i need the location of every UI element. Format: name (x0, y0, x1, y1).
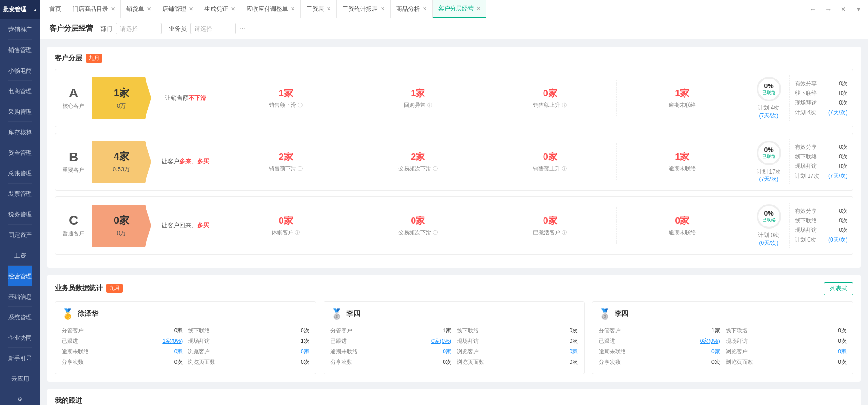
tier-stats-C: 0家 休眠客户ⓘ 0家 交易频次下滑ⓘ 0家 已激活客户ⓘ 0家 逾期未联络 (220, 207, 748, 244)
sales-card-2: 🥈 李四 分管客户 1家 已跟进 0家(0%) 逾期未联络 0家 分享次数 0次… (592, 301, 853, 374)
sidebar-item-营销推广[interactable]: 营销推广 (8, 19, 32, 40)
sales-stat: 已跟进 0家(0%) (330, 336, 451, 347)
sidebar-item-资金管理[interactable]: 资金管理 (8, 142, 32, 163)
tier-circle-C: 0% 已联络 计划 0次(0天/次) (748, 197, 789, 254)
sidebar-item-固定资产[interactable]: 固定资产 (8, 225, 32, 245)
sales-stats-left: 分管客户 0家 已跟进 1家(0%) 逾期未联络 0家 分享次数 0次 (62, 326, 183, 368)
sales-stat: 分管客户 1家 (330, 326, 451, 336)
tier-right-stats-A: 有效分享0次线下联络0次现场拜访0次计划 4次(7天/次) (789, 75, 853, 121)
sales-stat: 已跟进 0家(0%) (599, 336, 720, 347)
sales-stat: 线下联络 0次 (188, 326, 309, 336)
tab-店铺管理[interactable]: 店铺管理✕ (157, 0, 199, 18)
sidebar-item-采购管理[interactable]: 采购管理 (8, 101, 32, 122)
page-title: 客户分层经营 (49, 24, 93, 33)
tier-desc-A: 让销售额不下滑 (151, 94, 220, 102)
sales-stats: 分管客户 1家 已跟进 0家(0%) 逾期未联络 0家 分享次数 0次 线下联络… (330, 326, 578, 368)
tab-首页[interactable]: 首页 (44, 0, 67, 18)
dept-filter: 部门 请选择 (100, 23, 162, 34)
sidebar-item-总账管理[interactable]: 总账管理 (8, 163, 32, 184)
sales-stat: 浏览页面数 0次 (457, 357, 578, 368)
sales-stats-header: 业务员数据统计 九月 列表式 (55, 282, 853, 295)
more-options-icon[interactable]: ··· (240, 25, 246, 33)
tab-close-icon[interactable]: ✕ (231, 6, 235, 12)
sales-stats-controls: 列表式 (824, 282, 853, 295)
sales-stat: 浏览客户 0家 (457, 347, 578, 357)
sidebar-item-发票管理[interactable]: 发票管理 (8, 184, 32, 204)
dept-label: 部门 (100, 25, 112, 33)
sidebar-item-企业协同[interactable]: 企业协同 (8, 327, 32, 348)
sales-stat: 浏览页面数 0次 (188, 357, 309, 368)
tab-close-icon[interactable]: ✕ (476, 5, 481, 11)
tier-desc-C: 让客户回来、多买 (151, 221, 220, 230)
tier-stat-item: 1家 逾期未联络 (616, 80, 748, 116)
tabs-container: 首页门店商品目录✕销货单✕店铺管理✕生成凭证✕应收应付调整单✕工资表✕工资统计报… (44, 0, 807, 18)
sales-stats: 分管客户 0家 已跟进 1家(0%) 逾期未联络 0家 分享次数 0次 线下联络… (62, 326, 309, 368)
tier-row-A: A 核心客户 1家 0万 让销售额不下滑 1家 销售额下滑ⓘ 1家 回购异常ⓘ … (55, 69, 853, 127)
sales-stat: 分管客户 0家 (62, 326, 183, 336)
tab-门店商品目录[interactable]: 门店商品目录✕ (67, 0, 121, 18)
tier-main-stat-C: 0家 0万 (92, 205, 151, 247)
sidebar-item-库存核算[interactable]: 库存核算 (8, 122, 32, 142)
sidebar-items: 营销推广销售管理小畅电商电商管理采购管理库存核算资金管理总账管理发票管理税务管理… (8, 19, 32, 389)
tier-stat-item: 0家 休眠客户ⓘ (220, 207, 352, 244)
sales-card-header: 🥈 李四 (330, 308, 578, 320)
tab-controls: ← → ✕ ▼ (807, 5, 864, 14)
tier-row-B: B 重要客户 4家 0.53万 让客户多来、多买 2家 销售额下滑ⓘ 2家 交易… (55, 133, 853, 191)
my-follow-title: 我的跟进 (55, 396, 82, 405)
customer-tier-section: 客户分层 九月 A 核心客户 1家 0万 让销售额不下滑 1家 销售额下滑ⓘ 1… (47, 47, 861, 268)
sidebar-item-基础信息[interactable]: 基础信息 (8, 286, 32, 307)
sidebar-item-税务管理[interactable]: 税务管理 (8, 204, 32, 225)
sales-stat: 线下联络 0次 (457, 326, 578, 336)
tab-close-icon[interactable]: ✕ (327, 6, 331, 12)
tab-客户分层经营[interactable]: 客户分层经营✕ (433, 0, 486, 18)
tier-label-A: A 核心客户 (55, 77, 92, 119)
tier-rows: A 核心客户 1家 0万 让销售额不下滑 1家 销售额下滑ⓘ 1家 回购异常ⓘ … (55, 69, 853, 255)
tab-close-icon[interactable]: ✕ (291, 6, 295, 12)
sidebar-item-小畅电商[interactable]: 小畅电商 (8, 60, 32, 81)
tab-销货单[interactable]: 销货单✕ (121, 0, 157, 18)
sidebar-item-销售管理[interactable]: 销售管理 (8, 40, 32, 60)
sales-stats-right: 线下联络 0次 现场拜访 1次 浏览客户 0家 浏览页面数 0次 (188, 326, 309, 368)
sales-stats-title: 业务员数据统计 (55, 284, 103, 293)
tab-menu-icon[interactable]: ▼ (852, 5, 864, 14)
sidebar-item-经营管理[interactable]: 经营管理 (8, 266, 32, 286)
tab-close-icon[interactable]: ✕ (111, 6, 115, 12)
tier-stat-item: 1家 回购异常ⓘ (352, 80, 484, 116)
sales-stat: 分管客户 1家 (599, 326, 720, 336)
tier-stats-A: 1家 销售额下滑ⓘ 1家 回购异常ⓘ 0家 销售额上升ⓘ 1家 逾期未联络 (220, 80, 748, 116)
tab-工资统计报表[interactable]: 工资统计报表✕ (337, 0, 391, 18)
tier-stat-item: 1家 逾期未联络 (616, 143, 748, 180)
sidebar-settings-item[interactable]: ⚙ (0, 389, 40, 405)
sidebar-item-云应用[interactable]: 云应用 (8, 368, 32, 389)
tab-close-icon[interactable]: ✕ (381, 6, 385, 12)
tier-circle-B: 0% 已联络 计划 17次(7天/次) (748, 133, 789, 191)
tab-商品分析[interactable]: 商品分析✕ (391, 0, 433, 18)
tab-close-all-icon[interactable]: ✕ (838, 5, 849, 14)
sales-stats: 分管客户 1家 已跟进 0家(0%) 逾期未联络 0家 分享次数 0次 线下联络… (599, 326, 847, 368)
sidebar-item-新手引导[interactable]: 新手引导 (8, 348, 32, 368)
dept-select[interactable]: 请选择 (116, 23, 162, 34)
sidebar-item-系统管理[interactable]: 系统管理 (8, 307, 32, 327)
tab-工资表[interactable]: 工资表✕ (301, 0, 337, 18)
tab-close-icon[interactable]: ✕ (147, 6, 151, 12)
sidebar-header[interactable]: 批发管理 ▲ (0, 0, 40, 19)
tab-生成凭证[interactable]: 生成凭证✕ (199, 0, 241, 18)
sales-stats-month: 九月 (106, 284, 123, 293)
sales-stats-right: 线下联络 0次 现场拜访 0次 浏览客户 0家 浏览页面数 0次 (457, 326, 578, 368)
sales-stat: 线下联络 0次 (726, 326, 847, 336)
list-view-button[interactable]: 列表式 (824, 282, 853, 295)
sales-select[interactable]: 请选择 (190, 23, 236, 34)
tab-close-icon[interactable]: ✕ (189, 6, 193, 12)
my-follow-section: 我的跟进 今日跟进（家） A类（核心）客户） ① 去跟进 明日待跟进（家） A类… (47, 389, 861, 405)
tab-应收应付调整单[interactable]: 应收应付调整单✕ (241, 0, 301, 18)
tab-close-icon[interactable]: ✕ (423, 6, 427, 12)
customer-tier-month: 九月 (86, 54, 102, 63)
sidebar: 批发管理 ▲ 营销推广销售管理小畅电商电商管理采购管理库存核算资金管理总账管理发… (0, 0, 40, 405)
sidebar-item-电商管理[interactable]: 电商管理 (8, 81, 32, 101)
tab-next-icon[interactable]: → (822, 5, 834, 14)
my-follow-header: 我的跟进 (55, 396, 853, 405)
sales-stat: 分享次数 0次 (62, 357, 183, 368)
sidebar-item-工资[interactable]: 工资 (8, 245, 32, 266)
tab-prev-icon[interactable]: ← (807, 5, 819, 14)
tier-desc-B: 让客户多来、多买 (151, 158, 220, 166)
